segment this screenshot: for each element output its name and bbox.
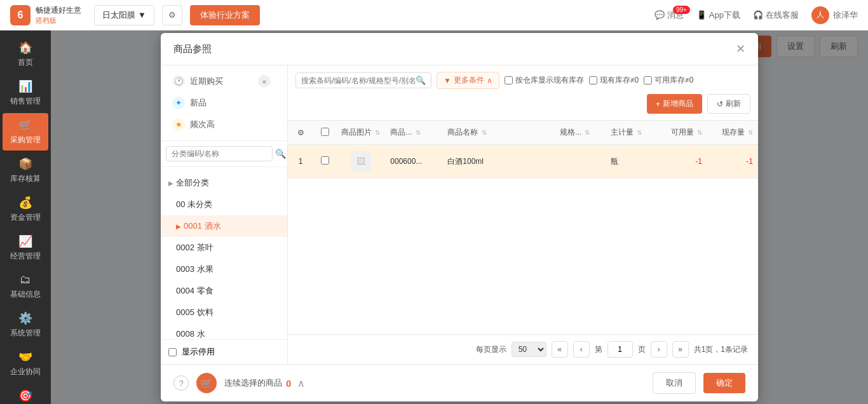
col-header-unit: 主计量 ⇅ — [606, 121, 656, 145]
table-settings-icon[interactable]: ⚙ — [297, 128, 304, 137]
stock-ne0-filter-label[interactable]: 现有库存≠0 — [589, 75, 639, 86]
row-available: -1 — [656, 145, 707, 178]
cart-button[interactable]: 🛒 — [196, 373, 217, 393]
add-icon: + — [656, 100, 660, 109]
cat-item-0005[interactable]: 0005 饮料 — [161, 302, 287, 323]
quick-filter-new[interactable]: ✦ 新品 — [166, 92, 282, 114]
row-checkbox[interactable] — [321, 156, 329, 165]
sidebar-item-inventory[interactable]: 📦 库存核算 — [3, 152, 48, 189]
col-header-settings[interactable]: ⚙ — [288, 121, 313, 145]
cat-label-0005: 0005 饮料 — [176, 307, 214, 318]
collapse-icon[interactable]: « — [258, 75, 271, 88]
operation-icon: 📈 — [18, 234, 32, 248]
logo-text: 畅捷通好生意 搭档版 — [36, 5, 81, 25]
col-header-name: 商品名称 ⇅ — [442, 121, 555, 145]
cat-item-all[interactable]: ▶ 全部分类 — [161, 172, 287, 194]
first-page-button[interactable]: « — [552, 341, 568, 358]
pagination: 每页显示 10 20 50 100 « ‹ 第 页 — [288, 334, 758, 364]
cat-item-0004[interactable]: 0004 零食 — [161, 280, 287, 302]
category-tree: ▶ 全部分类 00 未分类 ▶ 0001 酒水 0002 茶 — [161, 167, 287, 339]
topbar-right: 💬 消息 99+ 📱 App下载 🎧 在线客服 人 徐泽华 — [654, 6, 858, 24]
warehouse-filter-label[interactable]: 按仓库显示现有库存 — [505, 75, 584, 86]
row-stock: -1 — [707, 145, 758, 178]
sidebar-item-guide[interactable]: 🎯 新手引导 — [3, 384, 48, 404]
quick-filter-frequent[interactable]: ★ 频次高 — [166, 114, 282, 135]
quick-filter-recent[interactable]: 🕐 近期购买 « — [166, 71, 282, 92]
trial-button[interactable]: 体验行业方案 — [190, 5, 260, 25]
dialog-close-button[interactable]: ✕ — [736, 42, 745, 56]
select-all-checkbox[interactable] — [321, 128, 329, 136]
app-download-label: App下载 — [709, 10, 740, 21]
show-disabled-label[interactable]: 显示停用 — [182, 346, 215, 358]
sidebar-item-home[interactable]: 🏠 首页 — [3, 36, 48, 73]
row-spec — [555, 145, 606, 178]
page-number-input[interactable] — [607, 341, 633, 358]
toolbar: 🔍 ▼ 更多条件 ∧ 按仓库显示现有库存 — [288, 65, 758, 121]
add-product-button[interactable]: + 新增商品 — [647, 94, 702, 114]
purchase-icon: 🛒 — [18, 118, 32, 132]
filter-up-icon: ∧ — [487, 76, 492, 85]
sidebar-item-operation[interactable]: 📈 经营管理 — [3, 229, 48, 267]
product-search-input[interactable] — [301, 76, 416, 85]
refresh-button[interactable]: ↺ 刷新 — [707, 94, 750, 114]
sidebar-item-enterprise[interactable]: 🤝 企业协同 — [3, 345, 48, 382]
dialog-left-footer: 显示停用 — [161, 339, 287, 364]
stock-ne0-text: 现有库存≠0 — [600, 75, 639, 86]
sort-spec-icon: ⇅ — [585, 129, 590, 136]
confirm-button[interactable]: 确定 — [703, 373, 745, 393]
cat-item-0001[interactable]: ▶ 0001 酒水 — [161, 215, 287, 237]
cat-item-0002[interactable]: 0002 茶叶 — [161, 237, 287, 259]
online-service-button[interactable]: 🎧 在线客服 — [753, 10, 799, 21]
app-download-button[interactable]: 📱 App下载 — [696, 10, 740, 21]
guide-icon: 🎯 — [18, 389, 32, 403]
messages-button[interactable]: 💬 消息 99+ — [654, 10, 684, 21]
topbar: 6 畅捷通好生意 搭档版 日太阳膜 ▼ ⚙ 体验行业方案 💬 消息 99+ 📱 … — [0, 0, 868, 30]
sidebar-item-basic[interactable]: 🗂 基础信息 — [3, 268, 48, 305]
show-disabled-checkbox[interactable] — [168, 348, 177, 356]
logo-area: 6 畅捷通好生意 搭档版 — [10, 5, 81, 25]
col-header-check[interactable] — [313, 121, 336, 145]
page-total: 共1页，1条记录 — [694, 344, 748, 355]
prev-page-button[interactable]: ‹ — [573, 341, 590, 358]
refresh-label: 刷新 — [726, 98, 741, 109]
sort-code-icon: ⇅ — [416, 129, 421, 136]
cat-label-0001: 0001 酒水 — [184, 220, 221, 232]
cancel-button[interactable]: 取消 — [653, 372, 696, 394]
sidebar: 🏠 首页 📊 销售管理 🛒 采购管理 📦 库存核算 💰 资金管理 📈 经营管理 … — [0, 30, 51, 404]
toolbar-right: + 新增商品 ↺ 刷新 — [647, 94, 750, 114]
more-filter-button[interactable]: ▼ 更多条件 ∧ — [437, 72, 499, 89]
cat-arrow-0001: ▶ — [176, 223, 181, 230]
collapse-footer-icon[interactable]: ∧ — [297, 377, 305, 389]
sidebar-item-system[interactable]: ⚙️ 系统管理 — [3, 306, 48, 344]
sidebar-item-finance[interactable]: 💰 资金管理 — [3, 191, 48, 228]
warehouse-filter-checkbox[interactable] — [505, 76, 513, 84]
sidebar-item-purchase[interactable]: 🛒 采购管理 — [3, 113, 48, 151]
store-selector[interactable]: 日太阳膜 ▼ — [94, 5, 154, 25]
cat-item-0008[interactable]: 0008 水 — [161, 323, 287, 339]
category-search-input[interactable] — [166, 146, 273, 161]
settings-button[interactable]: ⚙ — [162, 5, 182, 25]
user-area[interactable]: 人 徐泽华 — [811, 6, 858, 24]
quick-filter-frequent-label: 频次高 — [190, 119, 215, 130]
sidebar-item-sales[interactable]: 📊 销售管理 — [3, 74, 48, 112]
next-page-button[interactable]: › — [651, 341, 667, 358]
avail-ne0-filter-label[interactable]: 可用库存≠0 — [644, 75, 693, 86]
avail-ne0-checkbox[interactable] — [644, 76, 652, 84]
quick-filters: 🕐 近期购买 « ✦ 新品 ★ 频次高 — [161, 65, 287, 141]
product-search-icon[interactable]: 🔍 — [416, 76, 426, 85]
last-page-button[interactable]: » — [672, 341, 689, 358]
help-button[interactable]: ? — [173, 375, 189, 391]
cat-item-00[interactable]: 00 未分类 — [161, 194, 287, 215]
row-check[interactable] — [313, 145, 336, 178]
category-search-icon[interactable]: 🔍 — [275, 149, 286, 159]
per-page-label: 每页显示 — [476, 344, 506, 355]
online-service-label: 在线客服 — [766, 10, 799, 21]
cat-item-0003[interactable]: 0003 水果 — [161, 259, 287, 280]
per-page-select[interactable]: 10 20 50 100 — [512, 342, 546, 357]
stock-ne0-checkbox[interactable] — [589, 76, 597, 84]
product-search-bar[interactable]: 🔍 — [295, 72, 431, 88]
table-row[interactable]: 1 🖼 — [288, 145, 758, 178]
recent-purchase-icon: 🕐 — [172, 75, 185, 88]
basic-icon: 🗂 — [20, 273, 31, 286]
sort-image-icon: ⇅ — [375, 129, 380, 136]
